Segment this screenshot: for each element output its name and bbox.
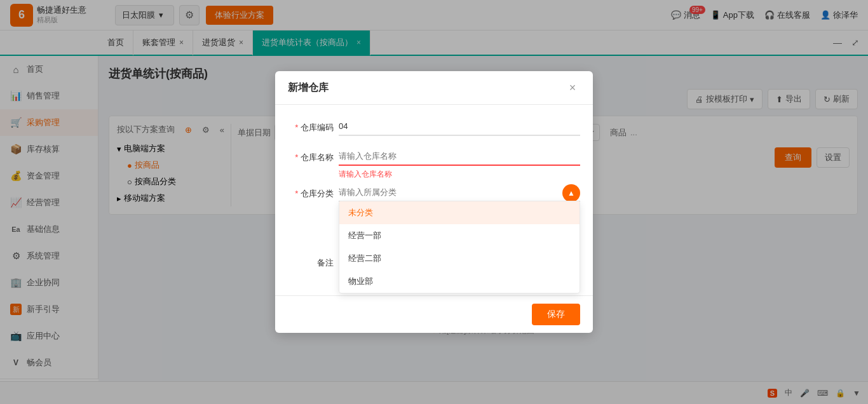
name-label: 仓库名称 (288, 147, 339, 163)
code-label: 仓库编码 (288, 118, 339, 133)
modal-header: 新增仓库 × (275, 71, 593, 105)
save-button[interactable]: 保存 (532, 304, 580, 325)
form-row-name: 仓库名称 请输入仓库名称 (288, 147, 580, 166)
category-row: ▲ (339, 184, 580, 202)
dropdown-item-ops2[interactable]: 经营二部 (339, 247, 580, 270)
code-input[interactable] (339, 118, 580, 136)
form-row-code: 仓库编码 (288, 118, 580, 136)
category-label: 仓库分类 (288, 184, 339, 199)
dropdown-item-ops1[interactable]: 经营一部 (339, 224, 580, 247)
notes-label: 备注 (288, 253, 339, 269)
new-warehouse-modal: 新增仓库 × 仓库编码 仓库名称 请输入仓库名称 仓库分类 ▲ (275, 71, 593, 333)
modal-close-button[interactable]: × (565, 80, 580, 95)
category-input[interactable] (339, 184, 580, 202)
category-dropdown-button[interactable]: ▲ (562, 184, 580, 202)
modal-overlay: 新增仓库 × 仓库编码 仓库名称 请输入仓库名称 仓库分类 ▲ (0, 0, 868, 404)
modal-footer: 保存 (275, 295, 593, 333)
name-input[interactable] (339, 147, 580, 166)
form-row-category: 仓库分类 ▲ 未分类 经营一部 经营二部 (288, 184, 580, 202)
name-error-msg: 请输入仓库名称 (339, 169, 392, 180)
modal-body: 仓库编码 仓库名称 请输入仓库名称 仓库分类 ▲ 未分类 (275, 105, 593, 295)
category-dropdown-list: 未分类 经营一部 经营二部 物业部 (339, 201, 580, 293)
modal-title: 新增仓库 (288, 81, 329, 95)
dropdown-item-property[interactable]: 物业部 (339, 270, 580, 293)
dropdown-item-uncategorized[interactable]: 未分类 (339, 201, 580, 224)
